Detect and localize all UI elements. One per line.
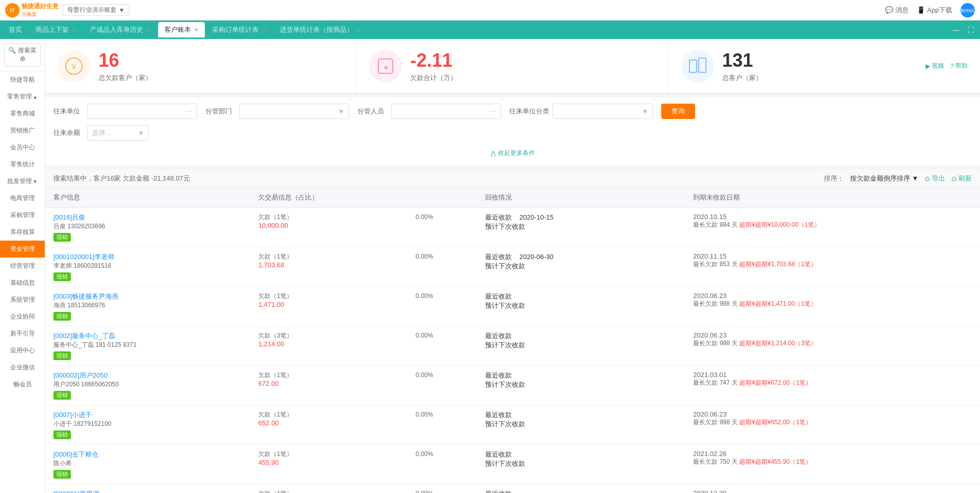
search-button[interactable]: 查询: [661, 104, 695, 119]
help-btn[interactable]: ? 帮助: [950, 62, 968, 70]
customer-name-link[interactable]: [0001020001]李老师: [53, 253, 114, 261]
tab-close-customer-account[interactable]: ✕: [194, 27, 199, 33]
customer-phone: 陈小希: [53, 459, 242, 468]
overdue-link[interactable]: 超期¥超期¥1,703.68（1笔）: [739, 261, 817, 268]
next-payment-label: 预计下次收款: [485, 380, 643, 389]
overdue-link[interactable]: 超期¥超期¥10,000.00（1笔）: [739, 221, 820, 228]
overdue-link[interactable]: 超期¥超期¥652.00（1笔）: [739, 419, 812, 426]
sidebar-item-quick-nav[interactable]: 快捷导航: [0, 71, 45, 88]
sidebar-item-ecommerce[interactable]: 电商管理: [0, 190, 45, 207]
balance-arrow-icon: ▼: [138, 129, 144, 137]
overdue-days: 最长欠款 853 天 超期¥超期¥1,703.68（1笔）: [693, 260, 972, 269]
result-actions: 排序： 按欠款金额倒序排序 ▼ ⊙ 导出 ⊙ 刷新: [824, 174, 972, 183]
dept-select[interactable]: ▼: [239, 104, 349, 119]
overdue-link[interactable]: 超期¥超期¥1,471.00（1笔）: [739, 300, 817, 307]
table-row: [0001020001]李老师 李老师 18600391516 现销 欠款（1笔…: [45, 247, 980, 287]
debt-amount: 1,471.00: [258, 301, 399, 308]
app-slogan: 示账套: [22, 11, 59, 18]
tab-minimize-btn[interactable]: —: [950, 25, 963, 35]
refresh-btn[interactable]: ⊙ 刷新: [951, 174, 972, 183]
debt-percent-cell: 0.00%: [408, 247, 477, 287]
sidebar-item-retail-stats[interactable]: 零售统计: [0, 156, 45, 173]
collapse-btn[interactable]: ⋀ 收起更多条件: [491, 149, 535, 157]
customer-phone: 海燕 18513066976: [53, 301, 242, 310]
tab-close-product-off[interactable]: ✕: [72, 27, 76, 33]
customer-name-link[interactable]: [0003]畅捷服务尹海燕: [53, 292, 119, 300]
tab-expand-btn[interactable]: ⛶: [965, 25, 977, 35]
sidebar-item-marketing[interactable]: 营销推广: [0, 122, 45, 139]
user-avatar-btn[interactable]: demo2: [960, 3, 975, 17]
customer-name-link[interactable]: [0007]小进干: [53, 411, 92, 419]
sidebar-item-new-guide[interactable]: 新手引导: [0, 325, 45, 342]
next-payment-label: 预计下次收款: [485, 262, 643, 271]
debt-info-cell: 欠款（1笔） 455.90: [250, 445, 407, 484]
help-icon: ?: [950, 63, 954, 70]
sidebar-item-retail-mall[interactable]: 零售商城: [0, 105, 45, 122]
industry-selector[interactable]: 母婴行业演示账套 ▼: [63, 4, 129, 16]
customer-phone: 小进干 18279152100: [53, 420, 242, 428]
tab-customer-account[interactable]: 客户账本 ✕: [158, 22, 205, 37]
search-menu-btn[interactable]: 🔍 搜索菜单: [4, 43, 41, 67]
sidebar-item-system-mgmt[interactable]: 系统管理: [0, 291, 45, 308]
debt-percent: 0.00%: [416, 292, 433, 300]
overdue-link[interactable]: 超期¥超期¥672.00（1笔）: [739, 379, 812, 386]
sidebar-item-member-center[interactable]: 会员中心: [0, 139, 45, 156]
customer-name-link[interactable]: [0002]服务中心_丁磊: [53, 332, 116, 340]
sidebar-item-enterprise-wechat[interactable]: 企业微信: [0, 359, 45, 376]
main-layout: 🔍 搜索菜单 快捷导航 零售管理 ▲ 零售商城 营销推广 会员中心 零售统计 批…: [0, 39, 980, 493]
sidebar-item-basic-info[interactable]: 基础信息: [0, 274, 45, 291]
balance-select[interactable]: 选择... ▼: [87, 125, 149, 141]
overdue-link[interactable]: 超期¥超期¥1,214.00（3笔）: [739, 340, 817, 347]
customer-name-link[interactable]: [0016]吕俊: [53, 213, 85, 221]
sidebar-item-batch-mgmt[interactable]: 批发管理 ▼: [0, 173, 45, 190]
person-input-wrapper[interactable]: ···: [391, 104, 501, 119]
recovery-cell: 最近收款 预计下次收款: [477, 445, 651, 484]
app-download-btn[interactable]: 📱 App下载: [917, 6, 952, 15]
person-dots-icon[interactable]: ···: [490, 107, 496, 116]
sidebar-item-purchase-mgmt[interactable]: 采购管理: [0, 207, 45, 224]
debt-percent: 0.00%: [416, 450, 433, 458]
due-date: 2020.10.15: [693, 213, 972, 221]
overdue-link[interactable]: 超期¥超期¥455.90（1笔）: [739, 458, 812, 465]
sidebar-item-super-member[interactable]: 畅会员: [0, 376, 45, 393]
export-btn[interactable]: ⊙ 导出: [925, 174, 945, 183]
top-bar: 好 畅捷通好生意 示账套 母婴行业演示账套 ▼ 💬 消息 📱 App下载 dem…: [0, 0, 980, 21]
person-input[interactable]: [396, 108, 490, 115]
col-due-date: 到期未收款日期: [685, 188, 980, 208]
due-date-cell: 2020.10.15 最长欠款 884 天 超期¥超期¥10,000.00（1笔…: [685, 208, 980, 247]
last-payment-label: 最近收款: [485, 410, 643, 420]
sidebar: 🔍 搜索菜单 快捷导航 零售管理 ▲ 零售商城 营销推广 会员中心 零售统计 批…: [0, 39, 45, 493]
overdue-days: 最长欠款 750 天 超期¥超期¥455.90（1笔）: [693, 458, 972, 466]
tab-close-purchase-order[interactable]: ✕: [262, 27, 266, 33]
sidebar-item-stock-check[interactable]: 库存核算: [0, 224, 45, 241]
unit-category-select[interactable]: ▼: [552, 104, 653, 119]
dots-icon[interactable]: ···: [186, 107, 193, 116]
customer-name-link[interactable]: [000002]用户2050: [53, 371, 108, 379]
tab-purchase-order[interactable]: 采购订单统计表 ✕: [206, 22, 273, 37]
sidebar-item-retail-mgmt[interactable]: 零售管理 ▲: [0, 88, 45, 105]
recovery-cell: 最近收款 2020-06-30 预计下次收款: [477, 247, 651, 287]
refresh-icon: ⊙: [951, 175, 957, 183]
tab-stock-stats[interactable]: 进货单统计表（按商品） ✕: [274, 22, 367, 37]
sidebar-item-enterprise-coop[interactable]: 企业协同: [0, 308, 45, 325]
filter-dept: 分管部门 ▼: [205, 104, 349, 119]
tab-home[interactable]: 首页: [3, 22, 28, 37]
sidebar-item-app-center[interactable]: 应用中心: [0, 342, 45, 359]
tab-product-off[interactable]: 商品上下架 ✕: [29, 22, 83, 37]
video-btn[interactable]: ▶ 视频: [926, 62, 944, 70]
message-btn[interactable]: 💬 消息: [885, 6, 909, 15]
sidebar-item-capital-mgmt[interactable]: 资金管理: [0, 241, 45, 258]
sidebar-item-ops-mgmt[interactable]: 经营管理: [0, 258, 45, 274]
svg-text:◈: ◈: [383, 64, 389, 71]
tab-close-produce-history[interactable]: ✕: [146, 27, 151, 33]
filter-balance: 往来余额 选择... ▼: [53, 125, 197, 141]
debt-info-cell: 欠款（1笔） 429.00: [250, 484, 407, 493]
customer-name-link[interactable]: [000001]黄思源: [53, 490, 100, 493]
customer-unit-input[interactable]: [92, 108, 186, 115]
tab-produce-history[interactable]: 产成品入库单历史 ✕: [84, 22, 157, 37]
sort-select[interactable]: 按欠款金额倒序排序 ▼: [850, 174, 918, 183]
customer-name-link[interactable]: [0006]去下粮仓: [53, 450, 99, 458]
tab-close-stock-stats[interactable]: ✕: [356, 27, 361, 33]
due-date: 2020.06.23: [693, 331, 972, 339]
customer-unit-input-wrapper[interactable]: ···: [87, 104, 197, 119]
